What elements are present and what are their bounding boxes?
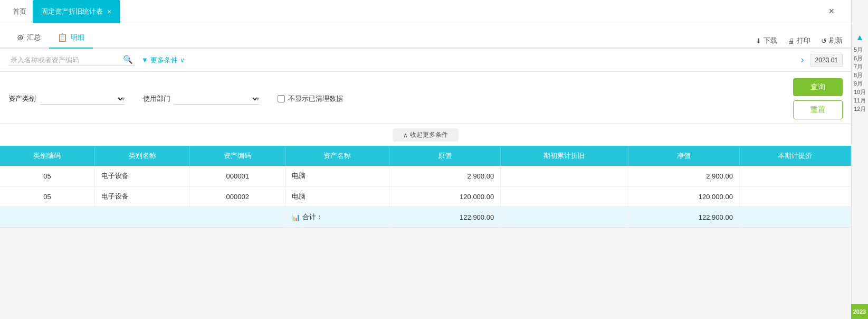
- cell-category-code: 05: [0, 186, 94, 207]
- cell-asset-code: 000002: [190, 186, 285, 207]
- summary-icon: ⊛: [17, 33, 24, 42]
- close-window-btn[interactable]: ×: [820, 6, 843, 17]
- cell-original-value: 2,900.00: [389, 166, 500, 186]
- date-nav-btn[interactable]: ›: [801, 54, 804, 65]
- col-category-code: 类别编码: [0, 146, 94, 166]
- hide-cleared-checkbox[interactable]: [278, 95, 285, 102]
- col-current-depreciation: 本期计提折: [739, 146, 851, 166]
- tab-detail[interactable]: 📋 明细: [49, 27, 93, 49]
- asset-type-label: 资产类别: [8, 94, 36, 104]
- filter-area: 资产类别 ▼ 使用部门 ▼ 不显示已清理数据: [0, 72, 851, 124]
- asset-type-select[interactable]: [40, 93, 125, 105]
- right-sidebar: ▲ 5月6月7月8月9月10月11月12月 2023: [851, 0, 868, 319]
- toolbar-tabs: ⊛ 汇总 📋 明细 ⬇ 下载 🖨 打印 ↺ 刷新: [0, 23, 851, 49]
- total-label-cell: [0, 207, 285, 228]
- close-tab-btn[interactable]: ×: [107, 7, 111, 16]
- filter-icon: ▼: [141, 56, 148, 64]
- sidebar-month-item[interactable]: 12月: [852, 104, 868, 114]
- total-current-depreciation: [739, 207, 851, 228]
- cell-category-name: 电子设备: [94, 186, 190, 207]
- cell-asset-code: 000001: [190, 166, 285, 186]
- table-row: 05 电子设备 000002 电脑 120,000.00 120,000.00: [0, 186, 851, 207]
- hide-cleared-label: 不显示已清理数据: [288, 94, 343, 104]
- search-icon[interactable]: 🔍: [123, 55, 133, 64]
- collapse-label: 收起更多条件: [410, 130, 448, 139]
- dept-filter: 使用部门 ▼: [143, 93, 261, 105]
- col-category-name: 类别名称: [94, 146, 190, 166]
- sidebar-up-btn[interactable]: ▲: [855, 32, 865, 43]
- filter-buttons: 查询 重置: [793, 78, 843, 119]
- dept-label: 使用部门: [143, 94, 170, 104]
- cell-asset-name: 电脑: [285, 166, 389, 186]
- collapse-btn[interactable]: ∧ 收起更多条件: [393, 128, 459, 142]
- col-net-value: 净值: [628, 146, 739, 166]
- print-btn[interactable]: 🖨 打印: [788, 36, 810, 45]
- total-accumulated-depreciation: [501, 207, 628, 228]
- refresh-btn[interactable]: ↺ 刷新: [821, 36, 843, 45]
- download-icon: ⬇: [756, 37, 761, 45]
- sidebar-year-badge[interactable]: 2023: [851, 304, 868, 319]
- total-original-value: 122,900.00: [389, 207, 500, 228]
- table-row: 05 电子设备 000001 电脑 2,900.00 2,900.00: [0, 166, 851, 186]
- asset-type-arrow: ▼: [120, 96, 126, 102]
- more-conditions-btn[interactable]: ▼ 更多条件 ∨: [141, 55, 185, 65]
- cell-asset-name: 电脑: [285, 186, 389, 207]
- cell-category-name: 电子设备: [94, 166, 190, 186]
- chevron-right-icon: ›: [801, 54, 804, 65]
- tab-summary[interactable]: ⊛ 汇总: [8, 27, 49, 49]
- table-container: 类别编码 类别名称 资产编码 资产名称 原值 期初累计折旧 净值 本期计提折 0…: [0, 146, 851, 228]
- sidebar-months: 5月6月7月8月9月10月11月12月: [852, 45, 868, 113]
- refresh-icon: ↺: [821, 37, 827, 45]
- date-display: 2023.01: [810, 54, 843, 67]
- assets-table: 类别编码 类别名称 资产编码 资产名称 原值 期初累计折旧 净值 本期计提折 0…: [0, 146, 851, 228]
- download-btn[interactable]: ⬇ 下载: [756, 36, 777, 45]
- dept-select[interactable]: [175, 93, 259, 105]
- cell-current-depreciation: [739, 186, 851, 207]
- total-label: 📊 合计：: [285, 207, 389, 228]
- tab-detail-label: 明细: [71, 33, 84, 42]
- cell-current-depreciation: [739, 166, 851, 186]
- table-header-row: 类别编码 类别名称 资产编码 资产名称 原值 期初累计折旧 净值 本期计提折: [0, 146, 851, 166]
- search-input-wrapper[interactable]: 🔍: [8, 54, 135, 66]
- collapse-row: ∧ 收起更多条件: [0, 124, 851, 146]
- reset-btn[interactable]: 重置: [793, 100, 843, 119]
- hide-cleared-filter: 不显示已清理数据: [278, 94, 343, 104]
- cell-accumulated-depreciation: [501, 186, 628, 207]
- col-original-value: 原值: [389, 146, 500, 166]
- asset-type-filter: 资产类别 ▼: [8, 93, 126, 105]
- top-nav: 首页 固定资产折旧统计表 × ×: [0, 0, 851, 23]
- collapse-icon: ∧: [403, 132, 408, 139]
- query-btn[interactable]: 查询: [793, 78, 843, 96]
- home-tab[interactable]: 首页: [8, 0, 31, 23]
- col-asset-code: 资产编码: [190, 146, 285, 166]
- chevron-down-icon: ∨: [180, 57, 185, 64]
- cell-net-value: 2,900.00: [628, 166, 739, 186]
- detail-icon: 📋: [58, 33, 68, 42]
- tab-label: 固定资产折旧统计表: [41, 7, 103, 16]
- search-bar: 🔍 ▼ 更多条件 ∨ › 2023.01: [0, 49, 851, 72]
- cell-category-code: 05: [0, 166, 94, 186]
- total-icon: 📊: [292, 213, 300, 221]
- cell-original-value: 120,000.00: [389, 186, 500, 207]
- total-row: 📊 合计： 122,900.00 122,900.00: [0, 207, 851, 228]
- fixed-assets-tab[interactable]: 固定资产折旧统计表 ×: [33, 0, 120, 23]
- dept-arrow: ▼: [255, 96, 261, 102]
- search-input[interactable]: [11, 56, 123, 64]
- cell-net-value: 120,000.00: [628, 186, 739, 207]
- col-accumulated-depreciation: 期初累计折旧: [501, 146, 628, 166]
- total-net-value: 122,900.00: [628, 207, 739, 228]
- col-asset-name: 资产名称: [285, 146, 389, 166]
- cell-accumulated-depreciation: [501, 166, 628, 186]
- toolbar-actions: ⬇ 下载 🖨 打印 ↺ 刷新: [756, 36, 843, 48]
- tab-summary-label: 汇总: [27, 33, 41, 42]
- print-icon: 🖨: [788, 37, 795, 45]
